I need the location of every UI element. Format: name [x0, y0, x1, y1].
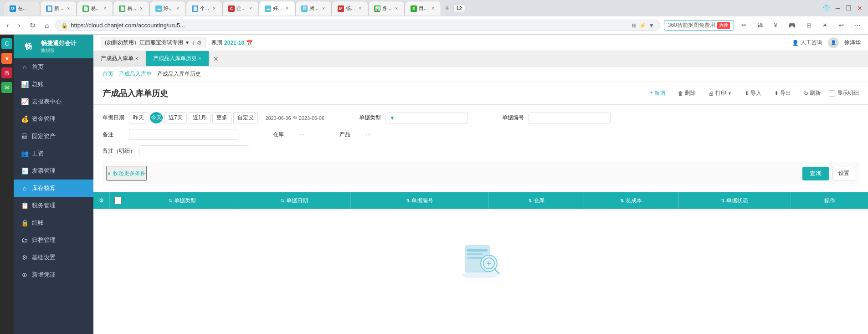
tab-10[interactable]: M 畅... × [332, 1, 368, 15]
search-bar-360[interactable]: 360智能抠图免费用 热搜 [664, 20, 734, 31]
btn-7days[interactable]: 近7天 [164, 112, 187, 123]
th-date[interactable]: ⇅ 单据日期 [238, 192, 350, 209]
btn-yesterday[interactable]: 昨天 [129, 112, 148, 123]
undo-btn[interactable]: ↩ [835, 20, 847, 31]
yuan-btn[interactable]: ¥ [770, 20, 781, 31]
sidebar-item-closing[interactable]: 🔒 结账 [14, 214, 93, 231]
tab-close-7[interactable]: × [249, 6, 252, 11]
minimize-btn[interactable]: ─ [834, 3, 842, 14]
delete-btn[interactable]: 🗑 删除 [673, 87, 700, 99]
tab-close-6[interactable]: × [213, 6, 216, 11]
product-ellipsis[interactable]: ··· [366, 131, 371, 138]
th-status[interactable]: ⇅ 单据状态 [679, 192, 791, 209]
user-service-btn[interactable]: 👤 人工咨询 [792, 39, 822, 46]
show-detail-toggle[interactable]: 显示明细 [829, 89, 859, 97]
tab-3[interactable]: 📄 易... × [77, 1, 113, 15]
app-icon-favorites[interactable]: ★ [1, 53, 12, 64]
sidebar-item-invoice[interactable]: 🧾 发票管理 [14, 162, 93, 180]
shirt-icon-btn[interactable]: 👕 [821, 3, 832, 14]
content-tab-list[interactable]: 产成品入库单 × [93, 51, 146, 66]
sidebar-item-cloud-report[interactable]: 📈 云报表中心 [14, 93, 93, 110]
content-tab-list-close[interactable]: × [135, 56, 138, 61]
panel-close-btn[interactable]: ✕ [209, 53, 222, 64]
search-settings-btn[interactable]: 设置 [832, 167, 855, 180]
th-warehouse[interactable]: ⇅ 仓库 [489, 192, 584, 209]
home-btn[interactable]: ⌂ [42, 20, 52, 31]
sidebar-item-new-entry[interactable]: ⊕ 新增凭证 [14, 266, 93, 283]
th-cost[interactable]: ⇅ 总成本 [584, 192, 679, 209]
refresh-btn[interactable]: ↻ [27, 19, 38, 31]
note-input[interactable] [129, 129, 238, 140]
tab-5[interactable]: ☁ 好... × [149, 1, 186, 15]
tab-close-4[interactable]: × [140, 6, 143, 11]
tab-360[interactable]: ⟳ 在... [4, 1, 40, 15]
tab-close-3[interactable]: × [103, 6, 106, 11]
tab-counter[interactable]: 12 [453, 4, 465, 12]
sidebar-item-fund-mgmt[interactable]: 💰 资金管理 [14, 110, 93, 128]
url-bar[interactable]: 🔒 https://cloud.chanjet.com/accounting/u… [55, 20, 660, 31]
tab-close-10[interactable]: × [359, 6, 361, 11]
btn-more[interactable]: 更多 [212, 112, 231, 123]
btn-today[interactable]: 今天 [150, 112, 163, 123]
th-gear[interactable]: ⚙ [93, 192, 110, 209]
tab-12[interactable]: S 目... × [405, 1, 441, 15]
tab-7[interactable]: C 企... × [222, 1, 259, 15]
header-checkbox[interactable] [114, 197, 122, 204]
app-icon-email[interactable]: ✉ [1, 82, 12, 93]
tab-close-11[interactable]: × [395, 6, 398, 11]
btn-1month[interactable]: 近1月 [189, 112, 211, 123]
tab-2[interactable]: 📄 新... × [40, 1, 77, 15]
sun-btn[interactable]: ☀ [819, 20, 832, 31]
search-query-btn[interactable]: 查询 [802, 167, 829, 180]
tab-close-8[interactable]: × [286, 6, 288, 11]
collapse-btn[interactable]: ∧ 收起更多条件 [106, 166, 147, 181]
warehouse-ellipsis[interactable]: ··· [299, 131, 305, 138]
type-dropdown[interactable]: ▼ [385, 113, 467, 123]
tab-6[interactable]: 📄 个... × [186, 1, 222, 15]
new-tab-button[interactable]: + [441, 4, 453, 13]
number-input[interactable] [529, 113, 611, 123]
app-icon-chanjet[interactable]: C [1, 38, 12, 49]
tab-9[interactable]: 腾 腾... × [295, 1, 332, 15]
content-tab-history-close[interactable]: × [199, 56, 201, 61]
company-selector[interactable]: (勿删勿禁用）江西服宝测试专用 ▼ + ⚙ [101, 37, 206, 48]
scissors-btn[interactable]: ✂ [738, 20, 750, 31]
th-type[interactable]: ⇅ 单据类型 [126, 192, 238, 209]
grid-btn[interactable]: ⊞ [803, 20, 815, 31]
sidebar-item-fixed-assets[interactable]: 🏛 固定资产 [14, 128, 93, 145]
show-detail-checkbox[interactable] [829, 90, 835, 97]
refresh-btn-page[interactable]: ↻ 刷新 [799, 87, 825, 99]
sidebar-item-general-ledger[interactable]: 📊 总账 [14, 76, 93, 93]
th-num[interactable]: ⇅ 单据编号 [351, 192, 489, 209]
btn-custom[interactable]: 自定义 [233, 112, 258, 123]
close-btn[interactable]: ✕ [855, 3, 864, 14]
sidebar-item-payroll[interactable]: 👥 工资 [14, 145, 93, 162]
add-company-btn[interactable]: + [191, 39, 195, 46]
game-btn[interactable]: 🎮 [785, 20, 799, 31]
app-icon-weibo[interactable]: 微 [1, 67, 12, 78]
sidebar-item-inventory[interactable]: ⌂ 库存核算 [14, 180, 93, 197]
sidebar-item-home[interactable]: ⌂ 首页 [14, 58, 93, 76]
note-detail-input[interactable] [139, 145, 248, 156]
import-btn[interactable]: ⬇ 导入 [740, 87, 766, 99]
calendar-icon[interactable]: 📅 [246, 40, 253, 46]
tab-close-5[interactable]: × [176, 6, 179, 11]
tab-4[interactable]: 📄 易... × [113, 1, 149, 15]
sidebar-item-basic-settings[interactable]: ⚙ 基础设置 [14, 249, 93, 266]
translate-btn[interactable]: 译 [754, 20, 767, 31]
sidebar-item-archive[interactable]: 🗂 归档管理 [14, 231, 93, 249]
sidebar-item-tax[interactable]: 📋 税务管理 [14, 197, 93, 214]
th-check[interactable] [110, 192, 126, 209]
tab-close-12[interactable]: × [431, 6, 434, 11]
tab-close-2[interactable]: × [67, 6, 70, 11]
content-tab-history[interactable]: 产成品入库单历史 × [146, 51, 209, 66]
forward-btn[interactable]: › [15, 20, 23, 31]
tab-8[interactable]: ☁ 好... × [259, 1, 295, 15]
tab-11[interactable]: 📊 各... × [368, 1, 405, 15]
new-btn[interactable]: + 新增 [645, 87, 670, 99]
breadcrumb-list[interactable]: 产成品入库单 [119, 70, 152, 78]
back-btn[interactable]: ‹ [4, 20, 11, 31]
breadcrumb-home[interactable]: 首页 [103, 70, 113, 78]
print-btn[interactable]: 🖨 打印 ▼ [704, 87, 736, 99]
tab-close-9[interactable]: × [322, 6, 325, 11]
